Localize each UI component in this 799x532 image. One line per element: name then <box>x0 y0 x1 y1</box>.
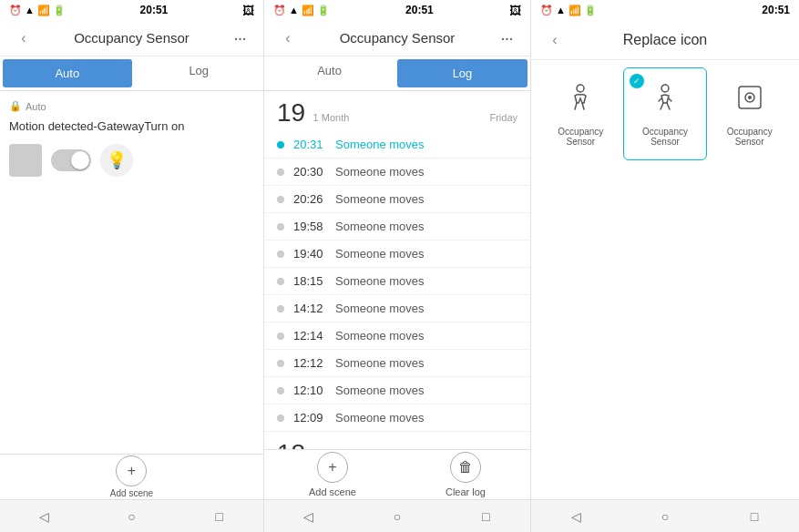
svg-point-0 <box>577 85 584 92</box>
back-android-1[interactable]: ◁ <box>30 509 57 524</box>
time-2: 20:51 <box>405 4 434 16</box>
log-time: 19:40 <box>293 247 330 261</box>
add-scene-icon: + <box>116 455 147 486</box>
clear-log-icon: 🗑 <box>450 452 481 483</box>
log-time: 12:12 <box>293 356 330 370</box>
log-date-header: 18 1 Month Thursday <box>264 432 530 449</box>
log-entry[interactable]: 19:58 Someone moves <box>264 213 530 240</box>
home-android-3[interactable]: ○ <box>651 509 679 524</box>
time-3: 20:51 <box>762 4 790 16</box>
recents-android-2[interactable]: □ <box>472 509 499 524</box>
wifi-icon-3: ▲ <box>556 5 566 15</box>
battery-icon-2: 🔋 <box>317 5 330 16</box>
log-event: Someone moves <box>335 192 425 206</box>
motion-text: Motion detected-GatewayTurn on <box>9 119 254 133</box>
log-content: 19 1 Month Friday 20:31 Someone moves 20… <box>264 91 530 449</box>
tab-log-2[interactable]: Log <box>397 59 528 87</box>
home-android-1[interactable]: ○ <box>118 509 145 524</box>
log-date-num: 18 <box>277 439 305 449</box>
log-entry[interactable]: 20:26 Someone moves <box>264 186 530 213</box>
log-dot <box>277 360 284 367</box>
log-entry[interactable]: 12:10 Someone moves <box>264 377 530 404</box>
panel-header-1: ‹ Occupancy Sensor ··· <box>0 20 263 56</box>
tab-auto-2[interactable]: Auto <box>264 56 394 90</box>
auto-content: 🔒 Auto Motion detected-GatewayTurn on 💡 <box>0 91 263 454</box>
log-dot <box>277 387 284 394</box>
log-time: 20:30 <box>293 165 330 179</box>
icon-cell-2[interactable]: Occupancy Sensor <box>707 67 792 160</box>
recents-android-3[interactable]: □ <box>741 509 768 524</box>
alarm-icon-1: ⏰ <box>9 5 22 16</box>
status-bar-1: ⏰ ▲ 📶 🔋 20:51 🖼 <box>0 0 263 20</box>
log-event: Someone moves <box>335 247 425 261</box>
replace-title: Replace icon <box>568 32 763 48</box>
auto-controls: 💡 <box>9 144 254 177</box>
toggle-switch[interactable] <box>51 149 91 171</box>
log-entry[interactable]: 19:40 Someone moves <box>264 240 530 268</box>
tab-bar-1: Auto Log <box>0 56 263 91</box>
add-scene-btn[interactable]: + Add scene <box>110 455 153 498</box>
log-dot <box>277 332 284 340</box>
log-bottom-bar: + Add scene 🗑 Clear log <box>264 449 530 499</box>
log-date-header: 19 1 Month Friday <box>264 91 530 131</box>
add-scene-log-btn[interactable]: + Add scene <box>309 452 356 497</box>
log-time: 20:31 <box>293 138 330 151</box>
device-thumb <box>9 144 42 177</box>
more-btn-2[interactable]: ··· <box>494 26 519 51</box>
status-bar-3: ⏰ ▲ 📶 🔋 20:51 <box>531 0 799 20</box>
home-android-2[interactable]: ○ <box>384 509 411 524</box>
add-scene-label: Add scene <box>110 488 153 498</box>
panel-auto: ⏰ ▲ 📶 🔋 20:51 🖼 ‹ Occupancy Sensor ··· A… <box>0 0 264 532</box>
time-1: 20:51 <box>140 4 169 16</box>
log-date-day: Friday <box>489 112 517 123</box>
photo-icon-2: 🖼 <box>509 4 521 17</box>
log-entry[interactable]: 12:09 Someone moves <box>264 404 530 432</box>
back-android-2[interactable]: ◁ <box>295 509 323 524</box>
bottom-nav-1: + Add scene <box>0 454 263 499</box>
bulb-icon: 💡 <box>100 144 133 177</box>
icon-cell-label-0: Occupancy Sensor <box>547 127 615 147</box>
panel-log: ⏰ ▲ 📶 🔋 20:51 🖼 ‹ Occupancy Sensor ··· A… <box>264 0 531 532</box>
battery-icon-3: 🔋 <box>584 5 597 16</box>
log-event: Someone moves <box>335 356 425 370</box>
panel-title-1: Occupancy Sensor <box>36 30 227 46</box>
log-entry[interactable]: 12:12 Someone moves <box>264 350 530 377</box>
log-entry[interactable]: 18:15 Someone moves <box>264 268 530 295</box>
log-time: 12:09 <box>293 411 330 425</box>
add-scene-log-label: Add scene <box>309 486 356 497</box>
icon-cell-1[interactable]: ✓ Occupancy Sensor <box>623 67 708 160</box>
log-dot <box>277 414 284 422</box>
clear-log-btn[interactable]: 🗑 Clear log <box>446 452 486 497</box>
log-event: Someone moves <box>335 329 425 343</box>
tab-auto-1[interactable]: Auto <box>3 59 132 87</box>
back-android-3[interactable]: ◁ <box>562 509 589 524</box>
log-entry[interactable]: 12:14 Someone moves <box>264 322 530 350</box>
log-event: Someone moves <box>335 384 425 397</box>
back-btn-3[interactable]: ‹ <box>542 27 568 53</box>
icon-cell-0[interactable]: Occupancy Sensor <box>538 67 623 160</box>
icon-cell-label-2: Occupancy Sensor <box>715 127 784 147</box>
log-time: 12:14 <box>293 329 330 343</box>
log-dot <box>277 169 284 176</box>
back-icon-1: ‹ <box>21 30 26 46</box>
log-time: 20:26 <box>293 192 330 206</box>
log-entry[interactable]: 20:30 Someone moves <box>264 159 530 186</box>
log-entry[interactable]: 14:12 Someone moves <box>264 295 530 322</box>
photo-icon-1: 🖼 <box>242 4 254 17</box>
icon-glyph-0 <box>564 81 597 121</box>
log-event: Someone moves <box>335 138 425 151</box>
back-btn-1[interactable]: ‹ <box>11 26 36 51</box>
tab-bar-2: Auto Log <box>264 56 530 91</box>
log-dot <box>277 251 284 258</box>
more-icon-2: ··· <box>500 27 513 48</box>
panel-header-2: ‹ Occupancy Sensor ··· <box>264 20 530 56</box>
log-event: Someone moves <box>335 165 425 179</box>
log-entry[interactable]: 20:31 Someone moves <box>264 131 530 159</box>
log-time: 12:10 <box>293 384 330 397</box>
signal-icon-2: 📶 <box>302 5 314 16</box>
add-scene-log-icon: + <box>317 452 348 483</box>
back-btn-2[interactable]: ‹ <box>275 26 301 51</box>
recents-android-1[interactable]: □ <box>206 509 233 524</box>
tab-log-1[interactable]: Log <box>135 56 264 90</box>
more-btn-1[interactable]: ··· <box>227 26 252 51</box>
